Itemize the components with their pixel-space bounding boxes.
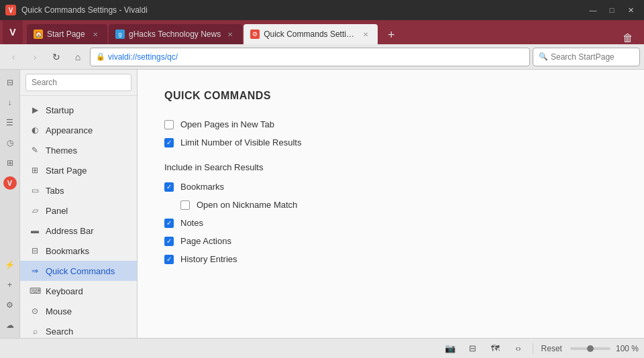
new-tab-button[interactable]: + xyxy=(382,25,400,44)
sidebar-item-quick-commands[interactable]: ⇒ Quick Commands xyxy=(20,261,137,281)
vivaldi-sidebar-icon[interactable]: V xyxy=(1,174,19,192)
bookmarks-nav-icon: ⊟ xyxy=(30,245,40,256)
limit-visible-label[interactable]: Limit Number of Visible Results xyxy=(180,137,301,147)
tab-close-ghacks[interactable]: ✕ xyxy=(225,29,235,40)
forward-button[interactable]: › xyxy=(25,48,44,66)
sync-sidebar-icon[interactable]: ☁ xyxy=(1,316,19,334)
url-input[interactable] xyxy=(108,52,524,62)
trash-icon[interactable]: 🗑 xyxy=(614,32,641,44)
sidebar-item-bookmarks[interactable]: ⊟ Bookmarks xyxy=(20,241,137,261)
sidebar-icons-column: ⊟ ↓ ☰ ◷ ⊞ V ⚡ + ⚙ ☁ xyxy=(0,70,20,338)
status-separator xyxy=(533,343,533,354)
sidebar-item-panel[interactable]: ▱ Panel xyxy=(20,200,137,221)
zoom-reset-label[interactable]: Reset xyxy=(539,343,565,355)
tab-close-start-page[interactable]: ✕ xyxy=(90,29,101,40)
sidebar-nav-list: ▶ Startup ◐ Appearance ✎ Themes ⊞ Start … xyxy=(20,96,137,338)
minimize-button[interactable]: — xyxy=(585,3,601,17)
status-bar: 📷 ⊟ 🗺 ‹› Reset 100 % xyxy=(0,338,644,358)
sidebar-item-start-page-label: Start Page xyxy=(46,166,87,176)
history-entries-label[interactable]: History Entries xyxy=(180,254,237,264)
notes-label[interactable]: Notes xyxy=(180,218,203,228)
extensions-sidebar-icon[interactable]: ⚡ xyxy=(1,256,19,274)
tab-label-qcs: Quick Commands Settings xyxy=(264,29,356,39)
search-bar[interactable]: 🔍 ▾ xyxy=(533,48,640,66)
sidebar-item-mouse-label: Mouse xyxy=(46,306,72,316)
add-sidebar-icon[interactable]: + xyxy=(1,276,19,294)
history-sidebar-icon[interactable]: ◷ xyxy=(1,134,19,152)
tab-bar: V 🏠 Start Page ✕ g gHacks Technology New… xyxy=(0,20,644,44)
map-status-button[interactable]: 🗺 xyxy=(487,341,504,356)
notes-checkbox[interactable] xyxy=(164,219,174,228)
search-input[interactable] xyxy=(551,52,644,62)
tab-ghacks[interactable]: g gHacks Technology News ✕ xyxy=(109,24,242,44)
url-bar[interactable]: 🔒 xyxy=(90,48,530,66)
appearance-icon: ◐ xyxy=(30,125,40,135)
close-button[interactable]: ✕ xyxy=(623,3,639,17)
page-actions-label[interactable]: Page Actions xyxy=(180,236,231,246)
tab-favicon-qcs: ⚙ xyxy=(250,29,260,39)
quick-commands-icon: ⇒ xyxy=(30,265,40,276)
sidebar-item-search-label: Search xyxy=(46,326,73,337)
open-new-tab-row: Open Pages in New Tab xyxy=(164,118,617,131)
open-nickname-checkbox[interactable] xyxy=(180,200,190,210)
reload-button[interactable]: ↻ xyxy=(47,48,66,66)
window-sidebar-icon[interactable]: ⊞ xyxy=(1,154,19,172)
tab-quick-commands-settings[interactable]: ⚙ Quick Commands Settings ✕ xyxy=(244,24,378,44)
sidebar-item-appearance[interactable]: ◐ Appearance xyxy=(20,120,137,140)
window-status-button[interactable]: ⊟ xyxy=(464,341,482,356)
page-actions-checkbox[interactable] xyxy=(164,237,174,246)
sidebar-item-themes[interactable]: ✎ Themes xyxy=(20,140,137,160)
zoom-slider[interactable] xyxy=(570,347,610,350)
keyboard-icon: ⌨ xyxy=(30,286,40,296)
code-status-button[interactable]: ‹› xyxy=(510,341,527,356)
content-wrapper: ⊟ ↓ ☰ ◷ ⊞ V ⚡ + ⚙ ☁ ▶ xyxy=(0,70,644,338)
sidebar-item-themes-label: Themes xyxy=(46,145,77,156)
tab-start-page[interactable]: 🏠 Start Page ✕ xyxy=(27,24,107,44)
bookmarks-label[interactable]: Bookmarks xyxy=(180,182,224,192)
history-entries-row: History Entries xyxy=(164,253,617,265)
sidebar-item-mouse[interactable]: ⊙ Mouse xyxy=(20,301,137,321)
notes-sidebar-icon[interactable]: ☰ xyxy=(1,114,19,131)
home-button[interactable]: ⌂ xyxy=(68,48,87,66)
sidebar-item-search[interactable]: ⌕ Search xyxy=(20,321,137,338)
mouse-icon: ⊙ xyxy=(30,306,40,316)
window-title: Quick Commands Settings - Vivaldi xyxy=(21,5,148,15)
history-entries-checkbox[interactable] xyxy=(164,255,174,264)
downloads-sidebar-icon[interactable]: ↓ xyxy=(1,94,19,111)
sidebar-item-tabs[interactable]: ▭ Tabs xyxy=(20,180,137,200)
main-content: QUICK COMMANDS Open Pages in New Tab Lim… xyxy=(138,70,644,338)
tab-close-qcs[interactable]: ✕ xyxy=(360,29,371,40)
sidebar-item-tabs-label: Tabs xyxy=(46,186,64,196)
sidebar-item-address-bar[interactable]: ▬ Address Bar xyxy=(20,221,137,241)
limit-visible-row: Limit Number of Visible Results xyxy=(164,136,617,149)
sidebar-item-start-page[interactable]: ⊞ Start Page xyxy=(20,160,137,180)
open-nickname-label[interactable]: Open on Nickname Match xyxy=(197,200,297,210)
bookmarks-sidebar-icon[interactable]: ⊟ xyxy=(1,74,19,91)
open-new-tab-label[interactable]: Open Pages in New Tab xyxy=(180,119,274,129)
search-icon: 🔍 xyxy=(539,52,548,61)
title-bar-left: V Quick Commands Settings - Vivaldi xyxy=(5,5,148,15)
vivaldi-logo: V xyxy=(3,20,23,44)
sidebar-item-keyboard-label: Keyboard xyxy=(46,286,83,296)
sidebar-item-keyboard[interactable]: ⌨ Keyboard xyxy=(20,281,137,301)
sidebar-item-appearance-label: Appearance xyxy=(46,125,93,135)
back-button[interactable]: ‹ xyxy=(4,48,23,66)
limit-visible-checkbox[interactable] xyxy=(164,138,174,147)
sidebar-item-bookmarks-label: Bookmarks xyxy=(46,246,89,256)
settings-sidebar-icon[interactable]: ⚙ xyxy=(1,296,19,314)
address-bar-icon: ▬ xyxy=(30,225,40,236)
title-bar: V Quick Commands Settings - Vivaldi — □ … xyxy=(0,0,644,20)
sidebar-search-container xyxy=(20,70,137,96)
sidebar-item-panel-label: Panel xyxy=(46,206,68,216)
sidebar-search-input[interactable] xyxy=(25,74,131,91)
open-new-tab-checkbox[interactable] xyxy=(164,120,174,129)
bookmarks-checkbox[interactable] xyxy=(164,182,174,192)
content-title: QUICK COMMANDS xyxy=(164,90,617,102)
sidebar-item-startup[interactable]: ▶ Startup xyxy=(20,100,137,120)
tab-label-ghacks: gHacks Technology News xyxy=(129,29,221,39)
tab-favicon-start-page: 🏠 xyxy=(34,29,43,39)
sidebar-nav-column: ▶ Startup ◐ Appearance ✎ Themes ⊞ Start … xyxy=(20,70,137,338)
maximize-button[interactable]: □ xyxy=(604,3,620,17)
camera-status-button[interactable]: 📷 xyxy=(441,341,459,356)
panel-icon: ▱ xyxy=(30,205,40,216)
